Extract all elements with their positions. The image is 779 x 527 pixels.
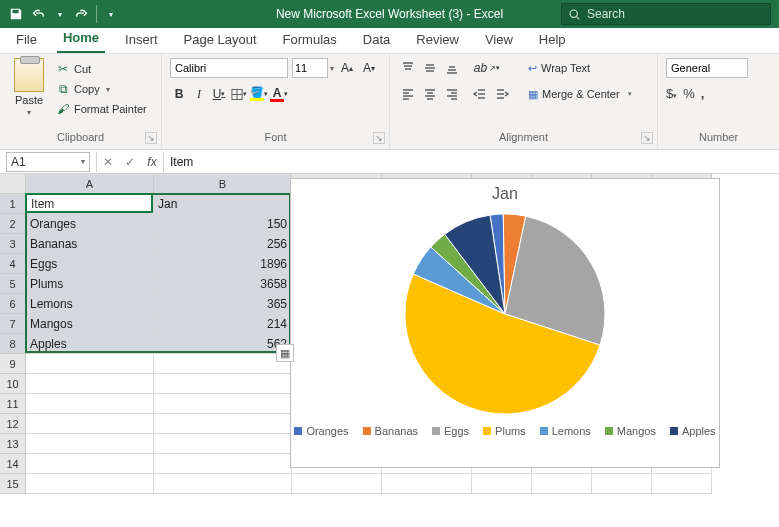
cell-A3[interactable]: Bananas	[26, 234, 154, 254]
pie-chart[interactable]: Jan OrangesBananasEggsPlumsLemonsMangosA…	[290, 178, 720, 468]
decrease-font-button[interactable]: A▾	[360, 58, 378, 78]
increase-font-button[interactable]: A▴	[338, 58, 356, 78]
row-header-9[interactable]: 9	[0, 354, 26, 374]
tab-home[interactable]: Home	[57, 26, 105, 53]
alignment-dialog-launcher[interactable]: ↘	[641, 132, 653, 144]
cell-E15[interactable]	[472, 474, 532, 494]
paste-dropdown-icon[interactable]: ▾	[27, 108, 31, 117]
fill-color-button[interactable]: 🪣▾	[250, 84, 268, 104]
cell-A13[interactable]	[26, 434, 154, 454]
cell-C15[interactable]	[292, 474, 382, 494]
tab-review[interactable]: Review	[410, 28, 465, 53]
align-top-button[interactable]	[398, 58, 418, 78]
cell-A12[interactable]	[26, 414, 154, 434]
align-left-button[interactable]	[398, 84, 418, 104]
font-name-select[interactable]	[170, 58, 288, 78]
cell-A7[interactable]: Mangos	[26, 314, 154, 334]
cell-B5[interactable]: 3658	[154, 274, 292, 294]
number-format-select[interactable]	[666, 58, 748, 78]
clipboard-dialog-launcher[interactable]: ↘	[145, 132, 157, 144]
cell-B15[interactable]	[154, 474, 292, 494]
cell-A14[interactable]	[26, 454, 154, 474]
row-header-1[interactable]: 1	[0, 194, 26, 214]
row-header-5[interactable]: 5	[0, 274, 26, 294]
cell-B6[interactable]: 365	[154, 294, 292, 314]
cell-G15[interactable]	[592, 474, 652, 494]
italic-button[interactable]: I	[190, 84, 208, 104]
cell-B4[interactable]: 1896	[154, 254, 292, 274]
cell-A5[interactable]: Plums	[26, 274, 154, 294]
cell-B13[interactable]	[154, 434, 292, 454]
font-size-dropdown-icon[interactable]: ▾	[330, 64, 334, 73]
bold-button[interactable]: B	[170, 84, 188, 104]
name-box[interactable]: A1▾	[6, 152, 90, 172]
cell-A1[interactable]: Item	[26, 194, 154, 214]
cell-H15[interactable]	[652, 474, 712, 494]
cell-B8[interactable]: 562	[154, 334, 292, 354]
chart-options-button[interactable]: ▦	[276, 344, 294, 362]
cell-A9[interactable]	[26, 354, 154, 374]
comma-button[interactable]: ,	[701, 86, 705, 101]
enter-formula-button[interactable]: ✓	[119, 155, 141, 169]
tab-view[interactable]: View	[479, 28, 519, 53]
cell-A10[interactable]	[26, 374, 154, 394]
tab-formulas[interactable]: Formulas	[277, 28, 343, 53]
cell-B14[interactable]	[154, 454, 292, 474]
row-header-4[interactable]: 4	[0, 254, 26, 274]
percent-button[interactable]: %	[683, 86, 695, 101]
redo-icon[interactable]	[74, 6, 90, 22]
row-header-15[interactable]: 15	[0, 474, 26, 494]
undo-icon[interactable]	[30, 6, 46, 22]
save-icon[interactable]	[8, 6, 24, 22]
orientation-button[interactable]: ab↗▾	[470, 58, 504, 78]
cell-B2[interactable]: 150	[154, 214, 292, 234]
formula-value[interactable]: Item	[164, 155, 779, 169]
worksheet-grid[interactable]: ABCDEFGH 123456789101112131415 ItemJanOr…	[0, 174, 779, 527]
font-color-button[interactable]: A▾	[270, 84, 288, 104]
copy-button[interactable]: ⧉Copy▾	[54, 80, 149, 98]
align-center-button[interactable]	[420, 84, 440, 104]
format-painter-button[interactable]: 🖌Format Painter	[54, 100, 149, 118]
cell-A2[interactable]: Oranges	[26, 214, 154, 234]
align-bottom-button[interactable]	[442, 58, 462, 78]
row-header-14[interactable]: 14	[0, 454, 26, 474]
increase-indent-button[interactable]	[492, 84, 512, 104]
align-right-button[interactable]	[442, 84, 462, 104]
merge-dropdown-icon[interactable]: ▾	[628, 90, 632, 98]
cell-B3[interactable]: 256	[154, 234, 292, 254]
font-size-select[interactable]	[292, 58, 328, 78]
row-header-6[interactable]: 6	[0, 294, 26, 314]
insert-function-button[interactable]: fx	[141, 155, 163, 169]
tab-page-layout[interactable]: Page Layout	[178, 28, 263, 53]
cell-B12[interactable]	[154, 414, 292, 434]
cell-B7[interactable]: 214	[154, 314, 292, 334]
column-header-B[interactable]: B	[154, 174, 292, 194]
align-middle-button[interactable]	[420, 58, 440, 78]
row-header-7[interactable]: 7	[0, 314, 26, 334]
font-dialog-launcher[interactable]: ↘	[373, 132, 385, 144]
cell-B11[interactable]	[154, 394, 292, 414]
row-header-8[interactable]: 8	[0, 334, 26, 354]
underline-button[interactable]: U▾	[210, 84, 228, 104]
row-header-12[interactable]: 12	[0, 414, 26, 434]
tab-file[interactable]: File	[10, 28, 43, 53]
cell-F15[interactable]	[532, 474, 592, 494]
cell-B1[interactable]: Jan	[154, 194, 292, 214]
decrease-indent-button[interactable]	[470, 84, 490, 104]
currency-button[interactable]: $▾	[666, 86, 677, 101]
copy-dropdown-icon[interactable]: ▾	[106, 85, 110, 94]
cell-D15[interactable]	[382, 474, 472, 494]
qat-dropdown-icon[interactable]: ▾	[103, 6, 119, 22]
column-header-A[interactable]: A	[26, 174, 154, 194]
cell-A4[interactable]: Eggs	[26, 254, 154, 274]
undo-dropdown-icon[interactable]: ▾	[52, 6, 68, 22]
row-header-13[interactable]: 13	[0, 434, 26, 454]
cell-A11[interactable]	[26, 394, 154, 414]
row-header-10[interactable]: 10	[0, 374, 26, 394]
cancel-formula-button[interactable]: ✕	[97, 155, 119, 169]
row-header-11[interactable]: 11	[0, 394, 26, 414]
cell-B9[interactable]	[154, 354, 292, 374]
select-all-corner[interactable]	[0, 174, 26, 194]
row-header-3[interactable]: 3	[0, 234, 26, 254]
name-box-dropdown-icon[interactable]: ▾	[81, 157, 85, 166]
